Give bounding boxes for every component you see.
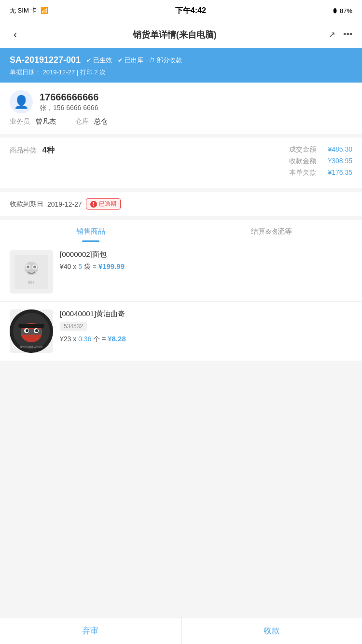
battery-icon: ⬮ bbox=[333, 7, 337, 14]
amount-value: ¥485.30 bbox=[328, 145, 352, 154]
nav-actions: ↗ ••• bbox=[328, 29, 352, 40]
received-value: ¥308.95 bbox=[328, 157, 352, 166]
header-band: SA-20191227-001 已生效 已出库 部分收款 单据日期： 2019-… bbox=[0, 48, 362, 83]
share-icon[interactable]: ↗ bbox=[328, 29, 335, 40]
owed-label: 本单欠款 bbox=[289, 168, 316, 177]
order-id: SA-20191227-001 bbox=[10, 55, 81, 65]
product-sku-2: 534532 bbox=[60, 322, 87, 331]
type-value: 4种 bbox=[42, 146, 55, 154]
tabs: 销售商品 结算&物流等 bbox=[0, 220, 362, 242]
product-item: 鲸+ [0000002]面包 ¥40 x 5 袋 = ¥199.99 bbox=[0, 242, 362, 302]
due-section: 收款到期日 2019-12-27 ! 已逾期 bbox=[0, 192, 362, 216]
order-date-row: 单据日期： 2019-12-27 | 打印 2 次 bbox=[10, 68, 352, 77]
customer-info-row: 业务员 曾凡杰 仓库 总仓 bbox=[10, 117, 352, 126]
svg-text:鲸+: 鲸+ bbox=[28, 280, 35, 285]
product-item-2: diamond whale [00040001]黄油曲奇 534532 ¥23 … bbox=[0, 302, 362, 361]
svg-point-13 bbox=[26, 329, 28, 332]
salesperson-value: 曾凡杰 bbox=[36, 117, 56, 125]
product-placeholder-svg-2: diamond whale bbox=[10, 309, 53, 353]
customer-name: 张，156 6666 6666 bbox=[40, 104, 98, 112]
product-placeholder-svg-1: 鲸+ bbox=[14, 255, 48, 289]
status-bar: 无 SIM 卡 📶 下午4:42 ⬮ 87% bbox=[0, 0, 362, 21]
product-list: 鲸+ [0000002]面包 ¥40 x 5 袋 = ¥199.99 bbox=[0, 242, 362, 361]
product-image-1: 鲸+ bbox=[10, 250, 53, 294]
type-label: 商品种类 bbox=[10, 146, 37, 154]
badge-partial: 部分收款 bbox=[149, 56, 182, 65]
avatar: 👤 bbox=[10, 90, 33, 113]
svg-point-14 bbox=[35, 329, 38, 332]
svg-rect-10 bbox=[21, 329, 42, 335]
received-label: 收款金额 bbox=[289, 157, 316, 166]
more-icon[interactable]: ••• bbox=[343, 29, 352, 40]
check-icon bbox=[86, 56, 91, 64]
product-info-1: [0000002]面包 ¥40 x 5 袋 = ¥199.99 bbox=[60, 250, 352, 271]
page-title: 销货单详情(来自电脑) bbox=[133, 29, 217, 41]
received-row: 收款金额 ¥308.95 bbox=[289, 157, 352, 166]
product-name-1: [0000002]面包 bbox=[60, 250, 352, 259]
customer-phone: 17666666666 bbox=[40, 92, 98, 103]
badge-active: 已生效 bbox=[86, 56, 112, 65]
status-right: ⬮ 87% bbox=[333, 7, 352, 14]
product-total-2: ¥8.28 bbox=[108, 335, 126, 343]
product-qty-2: 0.36 bbox=[78, 335, 91, 343]
overdue-dot-icon: ! bbox=[90, 201, 97, 208]
owed-value: ¥176.35 bbox=[328, 168, 352, 177]
clock-icon bbox=[149, 56, 155, 64]
tab-sales-goods[interactable]: 销售商品 bbox=[0, 220, 181, 242]
customer-section: 👤 17666666666 张，156 6666 6666 业务员 曾凡杰 仓库… bbox=[0, 83, 362, 134]
bottom-bar: 弃审 收款 bbox=[0, 617, 362, 644]
warehouse-value: 总仓 bbox=[94, 117, 108, 125]
back-button[interactable]: ‹ bbox=[10, 25, 21, 45]
svg-point-5 bbox=[33, 266, 36, 268]
customer-row: 👤 17666666666 张，156 6666 6666 bbox=[10, 90, 352, 113]
check-icon-2 bbox=[118, 56, 123, 64]
product-image-2: diamond whale bbox=[10, 309, 53, 353]
tab-settlement[interactable]: 结算&物流等 bbox=[181, 220, 362, 242]
product-info-2: [00040001]黄油曲奇 534532 ¥23 x 0.36 个 = ¥8.… bbox=[60, 309, 352, 344]
product-price-row-1: ¥40 x 5 袋 = ¥199.99 bbox=[60, 262, 352, 271]
badge-shipped: 已出库 bbox=[118, 56, 143, 65]
svg-text:diamond whale: diamond whale bbox=[20, 345, 42, 349]
overdue-badge: ! 已逾期 bbox=[86, 198, 121, 210]
warehouse-label: 仓库 bbox=[75, 117, 89, 125]
amount-row: 成交金额 ¥485.30 bbox=[289, 145, 352, 154]
product-name-2: [00040001]黄油曲奇 bbox=[60, 309, 352, 319]
product-total-1: ¥199.99 bbox=[98, 262, 125, 270]
svg-rect-15 bbox=[18, 324, 44, 328]
product-qty-1: 5 bbox=[78, 263, 82, 270]
nav-bar: ‹ 销货单详情(来自电脑) ↗ ••• bbox=[0, 21, 362, 48]
person-icon: 👤 bbox=[14, 95, 29, 110]
status-time: 下午4:42 bbox=[175, 6, 206, 16]
stats-right: 成交金额 ¥485.30 收款金额 ¥308.95 本单欠款 ¥176.35 bbox=[289, 145, 352, 180]
salesperson-label: 业务员 bbox=[10, 117, 30, 125]
stats-section: 商品种类 4种 成交金额 ¥485.30 收款金额 ¥308.95 本单欠款 ¥… bbox=[0, 138, 362, 188]
amount-label: 成交金额 bbox=[289, 145, 316, 154]
svg-point-4 bbox=[27, 266, 29, 268]
owed-row: 本单欠款 ¥176.35 bbox=[289, 168, 352, 177]
status-left: 无 SIM 卡 📶 bbox=[10, 6, 48, 15]
collect-payment-button[interactable]: 收款 bbox=[181, 617, 362, 644]
product-price-row-2: ¥23 x 0.36 个 = ¥8.28 bbox=[60, 335, 352, 344]
reject-button[interactable]: 弃审 bbox=[0, 617, 181, 644]
due-label: 收款到期日 bbox=[10, 200, 43, 209]
due-date: 2019-12-27 bbox=[47, 200, 82, 208]
